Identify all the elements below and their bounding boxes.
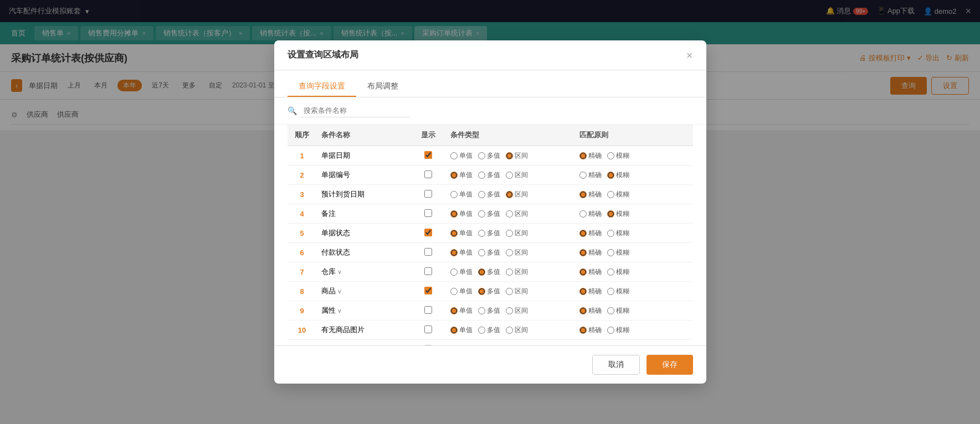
match-radio-精确[interactable]: 精确: [579, 151, 602, 161]
match-radio-精确[interactable]: 精确: [579, 170, 602, 180]
match-radio-精确[interactable]: 精确: [579, 209, 602, 219]
type-radio-多值[interactable]: 多值: [478, 170, 500, 180]
match-radio-模糊[interactable]: 模糊: [607, 287, 629, 296]
type-radio-区间[interactable]: 区间: [506, 190, 528, 199]
type-radio-多值[interactable]: 多值: [478, 209, 500, 219]
display-checkbox[interactable]: [424, 345, 432, 346]
row-display-checkbox[interactable]: [411, 243, 446, 262]
row-display-checkbox[interactable]: [411, 146, 446, 166]
match-radio-精确[interactable]: 精确: [579, 325, 602, 335]
type-radio-多值[interactable]: 多值: [478, 325, 500, 335]
row-order: 1: [288, 146, 317, 166]
match-radio-精确[interactable]: 精确: [579, 229, 602, 238]
display-checkbox[interactable]: [424, 190, 432, 198]
row-condition-name: 来自收款日期: [317, 340, 411, 346]
type-radio-区间[interactable]: 区间: [506, 325, 528, 335]
row-display-checkbox[interactable]: [411, 204, 446, 224]
row-condition-name: 属性 ∨: [317, 301, 411, 320]
modal-tab-fields[interactable]: 查询字段设置: [288, 77, 356, 97]
type-radio-区间[interactable]: 区间: [506, 345, 528, 346]
type-radio-区间[interactable]: 区间: [506, 151, 528, 161]
type-radio-单值[interactable]: 单值: [450, 306, 473, 316]
type-radio-单值[interactable]: 单值: [450, 267, 473, 277]
type-radio-单值[interactable]: 单值: [450, 151, 473, 161]
match-radio-精确[interactable]: 精确: [579, 248, 602, 257]
table-row: 8商品 ∨单值多值区间精确模糊: [288, 282, 693, 301]
match-radio-精确[interactable]: 精确: [579, 287, 602, 296]
display-checkbox[interactable]: [424, 209, 432, 217]
save-button[interactable]: 保存: [647, 355, 693, 375]
match-radio-模糊[interactable]: 模糊: [607, 248, 629, 257]
type-radio-单值[interactable]: 单值: [450, 170, 473, 180]
match-radio-模糊[interactable]: 模糊: [607, 151, 629, 161]
row-display-checkbox[interactable]: [411, 301, 446, 320]
type-radio-单值[interactable]: 单值: [450, 248, 473, 257]
modal-footer: 取消 保存: [274, 345, 706, 384]
match-radio-模糊[interactable]: 模糊: [607, 267, 629, 277]
type-radio-区间[interactable]: 区间: [506, 229, 528, 238]
row-type-options: 单值多值区间: [446, 301, 575, 320]
match-radio-模糊[interactable]: 模糊: [607, 345, 629, 346]
match-radio-精确[interactable]: 精确: [579, 345, 602, 346]
type-radio-单值[interactable]: 单值: [450, 345, 473, 346]
row-display-checkbox[interactable]: [411, 185, 446, 204]
type-radio-多值[interactable]: 多值: [478, 345, 500, 346]
row-display-checkbox[interactable]: [411, 262, 446, 282]
match-radio-精确[interactable]: 精确: [579, 267, 602, 277]
type-radio-区间[interactable]: 区间: [506, 306, 528, 316]
cancel-button[interactable]: 取消: [592, 355, 640, 375]
type-radio-多值[interactable]: 多值: [478, 248, 500, 257]
type-radio-单值[interactable]: 单值: [450, 287, 473, 296]
type-radio-区间[interactable]: 区间: [506, 248, 528, 257]
type-radio-单值[interactable]: 单值: [450, 325, 473, 335]
row-match-options: 精确模糊: [575, 282, 692, 301]
display-checkbox[interactable]: [424, 170, 432, 178]
modal-tab-layout[interactable]: 布局调整: [356, 77, 409, 97]
match-radio-模糊[interactable]: 模糊: [607, 306, 629, 316]
type-radio-多值[interactable]: 多值: [478, 267, 500, 277]
search-input[interactable]: [299, 104, 410, 117]
type-radio-多值[interactable]: 多值: [478, 151, 500, 161]
row-display-checkbox[interactable]: [411, 340, 446, 346]
table-row: 4备注单值多值区间精确模糊: [288, 204, 693, 224]
type-radio-单值[interactable]: 单值: [450, 190, 473, 199]
type-radio-多值[interactable]: 多值: [478, 306, 500, 316]
display-checkbox[interactable]: [424, 325, 432, 333]
display-checkbox[interactable]: [424, 306, 432, 314]
match-radio-模糊[interactable]: 模糊: [607, 325, 629, 335]
match-radio-精确[interactable]: 精确: [579, 306, 602, 316]
type-radio-多值[interactable]: 多值: [478, 190, 500, 199]
display-checkbox[interactable]: [424, 287, 432, 294]
col-type: 条件类型: [446, 125, 575, 146]
row-order: 10: [288, 320, 317, 340]
type-radio-区间[interactable]: 区间: [506, 209, 528, 219]
display-checkbox[interactable]: [424, 229, 432, 236]
display-checkbox[interactable]: [424, 267, 432, 275]
display-checkbox[interactable]: [424, 151, 432, 159]
modal-title: 设置查询区域布局: [288, 49, 358, 61]
row-display-checkbox[interactable]: [411, 320, 446, 340]
row-match-options: 精确模糊: [575, 262, 692, 282]
type-radio-单值[interactable]: 单值: [450, 209, 473, 219]
row-match-options: 精确模糊: [575, 146, 692, 166]
type-radio-区间[interactable]: 区间: [506, 287, 528, 296]
type-radio-区间[interactable]: 区间: [506, 170, 528, 180]
match-radio-精确[interactable]: 精确: [579, 190, 602, 199]
type-radio-多值[interactable]: 多值: [478, 287, 500, 296]
type-radio-区间[interactable]: 区间: [506, 267, 528, 277]
match-radio-模糊[interactable]: 模糊: [607, 170, 629, 180]
modal-close-button[interactable]: ×: [686, 50, 693, 61]
table-row: 3预计到货日期单值多值区间精确模糊: [288, 185, 693, 204]
type-radio-多值[interactable]: 多值: [478, 229, 500, 238]
type-radio-单值[interactable]: 单值: [450, 229, 473, 238]
match-radio-模糊[interactable]: 模糊: [607, 229, 629, 238]
row-match-options: 精确模糊: [575, 166, 692, 185]
display-checkbox[interactable]: [424, 248, 432, 256]
row-display-checkbox[interactable]: [411, 282, 446, 301]
row-display-checkbox[interactable]: [411, 224, 446, 243]
row-display-checkbox[interactable]: [411, 166, 446, 185]
row-order: 7: [288, 262, 317, 282]
match-radio-模糊[interactable]: 模糊: [607, 190, 629, 199]
match-radio-模糊[interactable]: 模糊: [607, 209, 629, 219]
row-type-options: 单值多值区间: [446, 243, 575, 262]
